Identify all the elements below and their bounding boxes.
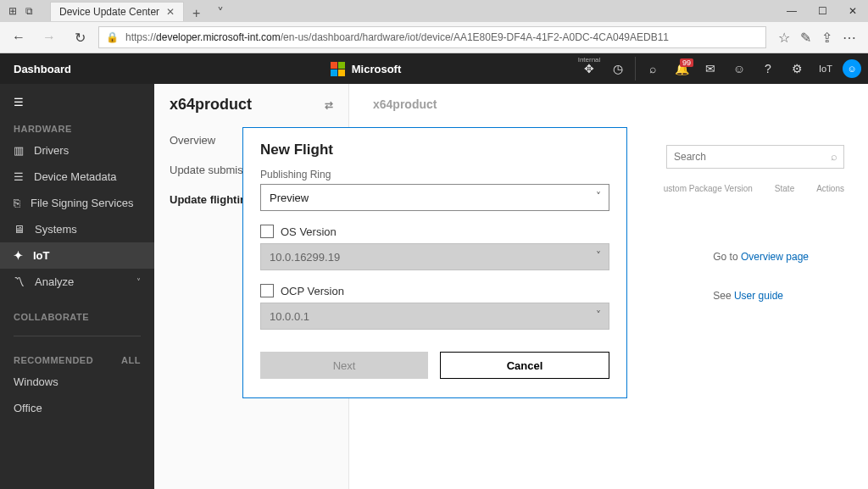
modal-title: New Flight — [260, 142, 609, 158]
gear-icon[interactable]: ⚙ — [785, 57, 809, 81]
addrbar-actions: ☆ ✎ ⇪ ⋯ — [773, 30, 861, 46]
minimize-button[interactable]: — — [776, 0, 807, 22]
app-icon: ⧉ — [25, 5, 33, 17]
col-actions: Actions — [816, 184, 844, 193]
help-links: Go to Overview page See User guide — [713, 249, 809, 303]
sidebar-item-iot[interactable]: ✦IoT — [0, 242, 154, 269]
clock-icon[interactable]: ◷ — [606, 57, 630, 81]
sidebar-item-device-metadata[interactable]: ☰Device Metadata — [0, 164, 154, 190]
avatar[interactable]: ☺ — [843, 59, 861, 78]
sidebar-item-label: File Signing Services — [31, 197, 133, 209]
browser-tab[interactable]: Device Update Center ✕ — [50, 2, 184, 21]
all-link[interactable]: ALL — [121, 355, 141, 365]
app-icon: ⊞ — [8, 5, 17, 17]
brand-text: Microsoft — [352, 63, 402, 75]
sidebar-section-hardware: HARDWARE — [0, 115, 154, 137]
metadata-icon: ☰ — [14, 170, 24, 183]
dashboard-label: Dashboard — [0, 63, 154, 75]
hamburger-icon[interactable]: ☰ — [0, 89, 154, 115]
sidebar-item-file-signing[interactable]: ⎘File Signing Services — [0, 190, 154, 216]
os-version-label: OS Version — [281, 225, 337, 238]
sidebar-link-windows[interactable]: Windows — [0, 369, 154, 395]
table-header: ustom Package Version State Actions — [664, 184, 844, 193]
close-icon[interactable]: ✕ — [166, 6, 175, 18]
systems-icon: 🖥 — [14, 223, 25, 236]
divider — [635, 57, 636, 81]
iot-label: IoT — [814, 57, 837, 81]
browser-chrome: ⊞ ⧉ Device Update Center ✕ + ˅ — ☐ ✕ ← →… — [0, 0, 868, 53]
drivers-icon: ▥ — [14, 144, 24, 157]
new-flight-modal: New Flight Publishing Ring Preview ˅ OS … — [242, 127, 627, 398]
analyze-icon: 〽 — [14, 275, 25, 288]
refresh-button[interactable]: ↻ — [68, 25, 92, 49]
notification-icon[interactable]: 🔔99 — [670, 57, 693, 81]
file-icon: ⎘ — [14, 197, 20, 209]
sidebar-item-label: Analyze — [35, 275, 74, 288]
os-version-checkbox[interactable] — [260, 225, 274, 238]
sidebar-section-recommended: RECOMMENDEDALL — [0, 347, 154, 369]
mail-icon[interactable]: ✉ — [698, 57, 722, 81]
tab-menu-icon[interactable]: ˅ — [209, 5, 232, 21]
sidebar-item-label: Drivers — [34, 144, 69, 157]
divider — [14, 336, 141, 336]
ocp-version-checkbox[interactable] — [260, 284, 274, 297]
product-title: x64product⇄ — [170, 96, 333, 114]
address-bar: ← → ↻ 🔒 https://developer.microsoft-int.… — [0, 22, 868, 53]
publishing-ring-select[interactable]: Preview — [260, 184, 609, 211]
sidebar-section-collaborate: COLLABORATE — [0, 303, 154, 325]
sidebar-link-office[interactable]: Office — [0, 395, 154, 421]
maximize-button[interactable]: ☐ — [807, 0, 837, 22]
user-guide-link[interactable]: User guide — [734, 290, 783, 302]
url-text: https://developer.microsoft-int.com/en-u… — [125, 31, 669, 43]
search-icon[interactable]: ⌕ — [641, 57, 665, 81]
ocp-version-select: 10.0.0.1 — [260, 303, 609, 330]
search-icon[interactable]: ⌕ — [831, 150, 837, 163]
header-icons: Internal✥ ◷ ⌕ 🔔99 ✉ ☺ ? ⚙ IoT ☺ — [577, 57, 868, 81]
ms-logo-icon — [331, 62, 345, 76]
more-icon[interactable]: ⋯ — [843, 30, 856, 46]
sidebar-item-label: Systems — [35, 223, 77, 236]
move-icon[interactable]: Internal✥ — [577, 57, 601, 81]
app-header: Dashboard Microsoft Internal✥ ◷ ⌕ 🔔99 ✉ … — [0, 53, 868, 84]
ocp-version-label: OCP Version — [281, 285, 344, 297]
col-state: State — [775, 184, 794, 193]
iot-icon: ✦ — [14, 249, 23, 262]
person-icon[interactable]: ☺ — [727, 57, 751, 81]
titlebar-left-icons: ⊞ ⧉ — [0, 5, 42, 17]
page-title: x64product — [373, 97, 844, 111]
search-input[interactable] — [666, 145, 844, 169]
new-tab-button[interactable]: + — [184, 6, 209, 21]
forward-button[interactable]: → — [37, 25, 61, 49]
publishing-ring-label: Publishing Ring — [260, 169, 609, 181]
microsoft-logo[interactable]: Microsoft — [331, 62, 402, 76]
title-bar: ⊞ ⧉ Device Update Center ✕ + ˅ — ☐ ✕ — [0, 0, 868, 22]
sidebar-item-analyze[interactable]: 〽Analyze˅ — [0, 269, 154, 295]
sidebar-item-systems[interactable]: 🖥Systems — [0, 216, 154, 242]
share-icon[interactable]: ⇪ — [821, 30, 832, 46]
chevron-down-icon: ˅ — [136, 277, 141, 286]
window-controls: — ☐ ✕ — [776, 0, 868, 22]
col-package: ustom Package Version — [664, 184, 753, 193]
next-button[interactable]: Next — [260, 352, 428, 379]
os-version-select: 10.0.16299.19 — [260, 243, 609, 270]
favorite-icon[interactable]: ☆ — [778, 30, 790, 46]
help-icon[interactable]: ? — [756, 57, 780, 81]
swap-icon[interactable]: ⇄ — [325, 99, 333, 111]
sidebar-item-label: Device Metadata — [34, 170, 117, 183]
url-input[interactable]: 🔒 https://developer.microsoft-int.com/en… — [98, 26, 766, 48]
sidebar-item-drivers[interactable]: ▥Drivers — [0, 137, 154, 164]
notes-icon[interactable]: ✎ — [800, 30, 811, 46]
back-button[interactable]: ← — [7, 25, 31, 49]
cancel-button[interactable]: Cancel — [440, 352, 609, 379]
tab-strip: Device Update Center ✕ + ˅ — [42, 2, 776, 21]
tab-title: Device Update Center — [59, 6, 159, 18]
close-button[interactable]: ✕ — [837, 0, 868, 22]
lock-icon: 🔒 — [106, 31, 119, 43]
overview-link[interactable]: Overview page — [741, 251, 809, 263]
sidebar-item-label: IoT — [33, 249, 50, 262]
search-box: ⌕ — [666, 145, 844, 169]
sidebar: ☰ HARDWARE ▥Drivers ☰Device Metadata ⎘Fi… — [0, 84, 154, 489]
